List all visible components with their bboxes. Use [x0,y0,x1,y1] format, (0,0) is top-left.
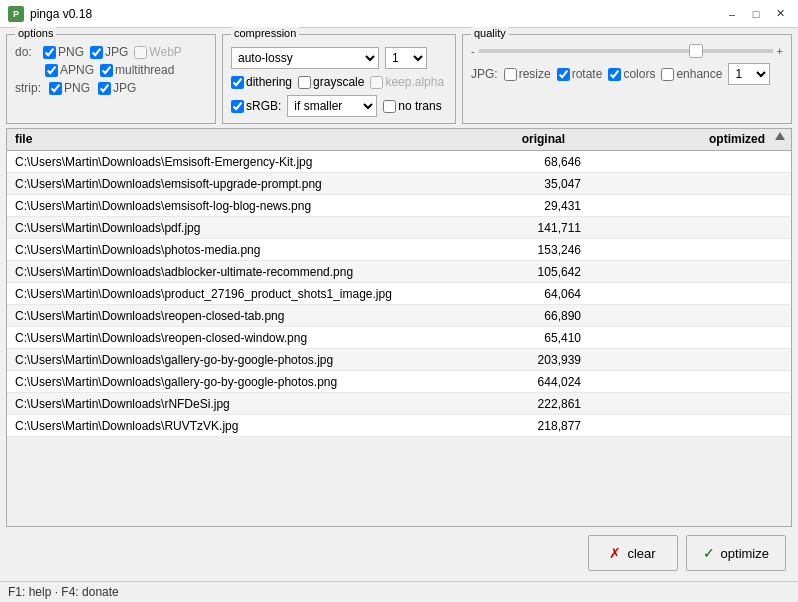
apng-label: APNG [60,63,94,77]
srgb-checkbox[interactable] [231,100,244,113]
cell-file: C:\Users\Martin\Downloads\product_27196_… [7,287,481,301]
jpg-row-label: JPG: [471,67,498,81]
enhance-label: enhance [676,67,722,81]
rotate-checkbox[interactable] [557,68,570,81]
do-row: do: PNG JPG WebP [15,45,207,59]
strip-png-label: PNG [64,81,92,95]
table-row[interactable]: C:\Users\Martin\Downloads\emsisoft-upgra… [7,173,791,195]
compression-mode-select[interactable]: auto-lossy auto-lossless lossy lossless [231,47,379,69]
bottom-bar: ✗ clear ✓ optimize [6,531,792,575]
table-row[interactable]: C:\Users\Martin\Downloads\reopen-closed-… [7,305,791,327]
srgb-mode-select[interactable]: if smaller always never [287,95,377,117]
jpg-level-select[interactable]: 1 2 3 [728,63,770,85]
table-row[interactable]: C:\Users\Martin\Downloads\adblocker-ulti… [7,261,791,283]
dithering-checkbox[interactable] [231,76,244,89]
close-button[interactable]: ✕ [770,4,790,24]
table-row[interactable]: C:\Users\Martin\Downloads\photos-media.p… [7,239,791,261]
colors-label: colors [623,67,655,81]
minimize-button[interactable]: – [722,4,742,24]
cell-file: C:\Users\Martin\Downloads\reopen-closed-… [7,309,481,323]
table-row[interactable]: C:\Users\Martin\Downloads\reopen-closed-… [7,327,791,349]
compression-panel: compression auto-lossy auto-lossless los… [222,34,456,124]
table-row[interactable]: C:\Users\Martin\Downloads\gallery-go-by-… [7,371,791,393]
table-row[interactable]: C:\Users\Martin\Downloads\Emsisoft-Emerg… [7,151,791,173]
file-table: file original optimized C:\Users\Martin\… [6,128,792,527]
cell-original: 218,877 [481,419,591,433]
cell-file: C:\Users\Martin\Downloads\gallery-go-by-… [7,353,481,367]
quality-min-label: - [471,45,475,57]
strip-jpg-checkbox-item: JPG [98,81,141,95]
table-row[interactable]: C:\Users\Martin\Downloads\gallery-go-by-… [7,349,791,371]
title-bar: P pinga v0.18 – □ ✕ [0,0,798,28]
quality-label: quality [471,27,509,39]
window-controls: – □ ✕ [722,4,790,24]
cell-original: 203,939 [481,353,591,367]
no-trans-checkbox-item: no trans [383,99,441,113]
cell-original: 29,431 [481,199,591,213]
cell-file: C:\Users\Martin\Downloads\photos-media.p… [7,243,481,257]
jpg-label: JPG [105,45,128,59]
multithread-checkbox-item: multithread [100,63,174,77]
status-bar: F1: help · F4: donate [0,581,798,602]
apng-checkbox-item: APNG [45,63,94,77]
cell-original: 222,861 [481,397,591,411]
enhance-checkbox[interactable] [661,68,674,81]
clear-label: clear [627,546,655,561]
window-title: pinga v0.18 [30,7,722,21]
quality-slider-row: - + [471,45,783,57]
enhance-checkbox-item: enhance [661,67,722,81]
quality-panel: quality - + JPG: resize rotate color [462,34,792,124]
cell-file: C:\Users\Martin\Downloads\gallery-go-by-… [7,375,481,389]
clear-button[interactable]: ✗ clear [588,535,678,571]
strip-row: strip: PNG JPG [15,81,207,95]
strip-jpg-label: JPG [113,81,141,95]
srgb-row: sRGB: if smaller always never no trans [231,95,447,117]
keep-alpha-label: keep.alpha [385,75,444,89]
png-checkbox[interactable] [43,46,56,59]
no-trans-checkbox[interactable] [383,100,396,113]
cell-original: 66,890 [481,309,591,323]
webp-checkbox[interactable] [134,46,147,59]
quality-max-label: + [777,45,783,57]
quality-slider[interactable] [479,49,773,53]
srgb-checkbox-item: sRGB: [231,99,281,113]
optimize-button[interactable]: ✓ optimize [686,535,786,571]
grayscale-checkbox[interactable] [298,76,311,89]
cell-original: 105,642 [481,265,591,279]
main-content: options do: PNG JPG WebP [0,28,798,581]
compression-level-select[interactable]: 1 2 3 4 5 [385,47,427,69]
colors-checkbox[interactable] [608,68,621,81]
strip-jpg-checkbox[interactable] [98,82,111,95]
status-text: F1: help · F4: donate [8,585,119,599]
jpg-options-row: JPG: resize rotate colors enhance [471,63,783,85]
grayscale-label: grayscale [313,75,364,89]
apng-checkbox[interactable] [45,64,58,77]
cell-file: C:\Users\Martin\Downloads\rNFDeSi.jpg [7,397,481,411]
rotate-label: rotate [572,67,603,81]
table-row[interactable]: C:\Users\Martin\Downloads\emsisoft-log-b… [7,195,791,217]
cell-file: C:\Users\Martin\Downloads\reopen-closed-… [7,331,481,345]
dithering-checkbox-item: dithering [231,75,292,89]
cell-file: C:\Users\Martin\Downloads\emsisoft-upgra… [7,177,481,191]
webp-checkbox-item: WebP [134,45,181,59]
resize-checkbox[interactable] [504,68,517,81]
header-scroll-spacer [775,132,791,147]
table-row[interactable]: C:\Users\Martin\Downloads\rNFDeSi.jpg222… [7,393,791,415]
keep-alpha-checkbox[interactable] [370,76,383,89]
table-body[interactable]: C:\Users\Martin\Downloads\Emsisoft-Emerg… [7,151,791,526]
table-row[interactable]: C:\Users\Martin\Downloads\RUVTzVK.jpg218… [7,415,791,437]
webp-label: WebP [149,45,181,59]
top-panels: options do: PNG JPG WebP [6,34,792,124]
multithread-checkbox[interactable] [100,64,113,77]
maximize-button[interactable]: □ [746,4,766,24]
options-label: options [15,27,56,39]
jpg-checkbox[interactable] [90,46,103,59]
cell-original: 153,246 [481,243,591,257]
table-row[interactable]: C:\Users\Martin\Downloads\product_27196_… [7,283,791,305]
comp-options-row: dithering grayscale keep.alpha [231,75,447,89]
strip-png-checkbox[interactable] [49,82,62,95]
table-row[interactable]: C:\Users\Martin\Downloads\pdf.jpg141,711 [7,217,791,239]
apng-row: APNG multithread [15,63,207,77]
cell-original: 644,024 [481,375,591,389]
cell-file: C:\Users\Martin\Downloads\RUVTzVK.jpg [7,419,481,433]
